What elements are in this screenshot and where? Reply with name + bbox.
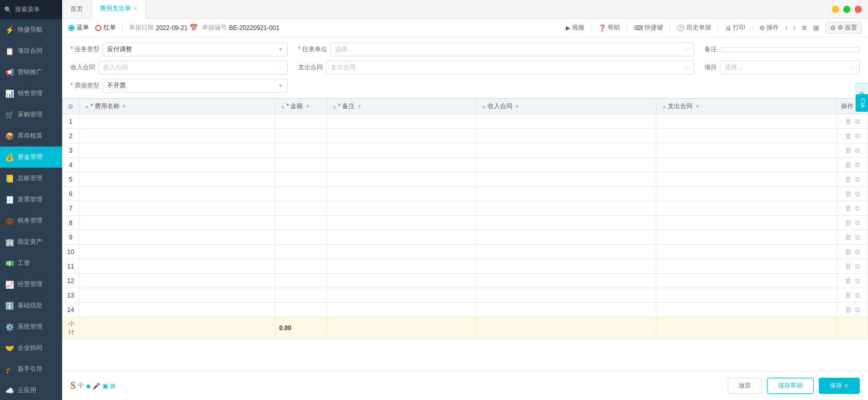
amount-sort-down-icon[interactable]: ▼ — [305, 103, 310, 109]
cell-income-contract[interactable] — [476, 230, 656, 245]
sidebar-item-basic-info[interactable]: ℹ️ 基础信息 — [0, 295, 62, 316]
settings-button[interactable]: ⚙ ⚙ 设置 — [826, 22, 862, 34]
delete-row-icon[interactable]: 🗑 — [845, 117, 851, 125]
cell-income-contract[interactable] — [476, 158, 656, 172]
cell-expense-contract[interactable] — [656, 216, 837, 230]
copy-row-icon[interactable]: ⧉ — [855, 190, 860, 198]
view-list-button[interactable]: ≡ — [802, 23, 806, 33]
cell-expense-name[interactable] — [79, 172, 275, 187]
delete-row-icon[interactable]: 🗑 — [845, 161, 851, 169]
delete-row-icon[interactable]: 🗑 — [845, 306, 851, 314]
copy-row-icon[interactable]: ⧉ — [855, 161, 860, 169]
cell-expense-name[interactable] — [79, 216, 275, 230]
remark-input[interactable] — [720, 47, 860, 52]
help-button[interactable]: ❓ 帮助 — [598, 23, 620, 32]
sidebar-item-inventory[interactable]: 📦 库存核算 — [0, 125, 62, 146]
cell-income-contract[interactable] — [476, 172, 656, 187]
cell-expense-contract[interactable] — [656, 129, 837, 143]
cell-income-contract[interactable] — [476, 114, 656, 129]
brand-grid-icon[interactable]: ⊞ — [110, 382, 115, 390]
cell-income-contract[interactable] — [476, 303, 656, 317]
copy-row-icon[interactable]: ⧉ — [855, 146, 860, 154]
delete-row-icon[interactable]: 🗑 — [845, 277, 851, 285]
sidebar-search[interactable]: 🔍 搜索菜单 — [0, 0, 62, 19]
nav-prev-button[interactable]: ‹ — [785, 24, 787, 32]
cell-expense-name[interactable] — [79, 129, 275, 143]
cell-expense-name[interactable] — [79, 143, 275, 158]
view-grid-button[interactable]: ⊞ — [813, 24, 819, 32]
copy-row-icon[interactable]: ⧉ — [855, 175, 860, 183]
cell-expense-name[interactable] — [79, 274, 275, 288]
cell-remark[interactable] — [327, 230, 476, 245]
sidebar-item-new-guide[interactable]: 🎓 新手引导 — [0, 359, 62, 380]
delete-row-icon[interactable]: 🗑 — [845, 219, 851, 227]
cell-expense-contract[interactable] — [656, 114, 837, 129]
cell-amount[interactable] — [275, 143, 327, 158]
cell-expense-name[interactable] — [79, 187, 275, 201]
minimize-button[interactable] — [832, 6, 839, 13]
cell-remark[interactable] — [327, 259, 476, 274]
cell-amount[interactable] — [275, 172, 327, 187]
copy-row-icon[interactable]: ⧉ — [855, 262, 860, 270]
sidebar-item-corp-collab[interactable]: 🤝 企业协同 — [0, 337, 62, 359]
history-button[interactable]: 🕐 历史单据 — [677, 23, 711, 32]
cell-expense-name[interactable] — [79, 201, 275, 216]
cell-remark[interactable] — [327, 201, 476, 216]
brand-mic-icon[interactable]: 🎤 — [93, 382, 100, 390]
business-type-select[interactable]: 应付调整 ▼ — [102, 42, 288, 56]
cell-remark[interactable] — [327, 187, 476, 201]
sidebar-item-capital[interactable]: 💰 资金管理 — [0, 146, 62, 168]
copy-row-icon[interactable]: ⧉ — [855, 204, 860, 212]
nav-next-button[interactable]: › — [793, 24, 796, 32]
cell-expense-contract[interactable] — [656, 230, 837, 245]
print-button[interactable]: 🖨 打印 — [725, 23, 745, 32]
cell-remark[interactable] — [327, 245, 476, 259]
expense-contract-input[interactable]: 支出合同 ··· — [326, 61, 694, 75]
cell-amount[interactable] — [275, 187, 327, 201]
sort-up-icon[interactable]: ▲ — [84, 103, 90, 109]
sidebar-item-sys-mgmt[interactable]: ⚙️ 系统管理 — [0, 316, 62, 337]
cell-amount[interactable] — [275, 230, 327, 245]
cell-expense-contract[interactable] — [656, 288, 837, 303]
cell-expense-name[interactable] — [79, 259, 275, 274]
cell-remark[interactable] — [327, 172, 476, 187]
cell-expense-name[interactable] — [79, 158, 275, 172]
brand-zhong-icon[interactable]: 中 — [78, 381, 84, 390]
cell-expense-name[interactable] — [79, 303, 275, 317]
sidebar-item-cloud-apps[interactable]: ☁️ 云应用 — [0, 380, 62, 400]
radio-red[interactable]: 红单 — [95, 23, 116, 32]
counterpart-select[interactable]: 选择... ··· — [330, 42, 694, 56]
copy-row-icon[interactable]: ⧉ — [855, 233, 860, 241]
invoice-type-select[interactable]: 不开票 ▼ — [102, 79, 288, 93]
cell-expense-name[interactable] — [79, 288, 275, 303]
radio-blue[interactable]: 蓝单 — [68, 23, 89, 32]
cell-amount[interactable] — [275, 245, 327, 259]
expense-sort-down-icon[interactable]: ▼ — [695, 103, 700, 109]
right-float-cia[interactable]: CIA — [856, 94, 868, 112]
cell-income-contract[interactable] — [476, 129, 656, 143]
copy-row-icon[interactable]: ⧉ — [855, 219, 860, 227]
brand-img-icon[interactable]: ▣ — [102, 382, 108, 390]
tab-expense[interactable]: 费用支出单 × — [92, 0, 146, 19]
calendar-icon[interactable]: 📅 — [189, 24, 198, 32]
sidebar-item-fixed-assets[interactable]: 🏢 固定资产 — [0, 231, 62, 253]
maximize-button[interactable] — [843, 6, 850, 13]
cell-expense-contract[interactable] — [656, 158, 837, 172]
cell-expense-contract[interactable] — [656, 303, 837, 317]
cell-amount[interactable] — [275, 274, 327, 288]
sidebar-item-invoice[interactable]: 🧾 发票管理 — [0, 189, 62, 210]
ops-button[interactable]: ⚙ 操作 — [759, 23, 779, 32]
sidebar-item-payroll[interactable]: 💵 工资 — [0, 253, 62, 274]
cell-income-contract[interactable] — [476, 187, 656, 201]
sidebar-item-ops-mgmt[interactable]: 📈 经营管理 — [0, 274, 62, 295]
cell-income-contract[interactable] — [476, 288, 656, 303]
cell-expense-contract[interactable] — [656, 187, 837, 201]
close-button[interactable] — [855, 6, 862, 13]
cell-income-contract[interactable] — [476, 274, 656, 288]
cell-remark[interactable] — [327, 129, 476, 143]
cell-income-contract[interactable] — [476, 216, 656, 230]
cell-income-contract[interactable] — [476, 259, 656, 274]
copy-row-icon[interactable]: ⧉ — [855, 306, 860, 314]
tab-close-icon[interactable]: × — [134, 6, 137, 11]
delete-row-icon[interactable]: 🗑 — [845, 204, 851, 212]
